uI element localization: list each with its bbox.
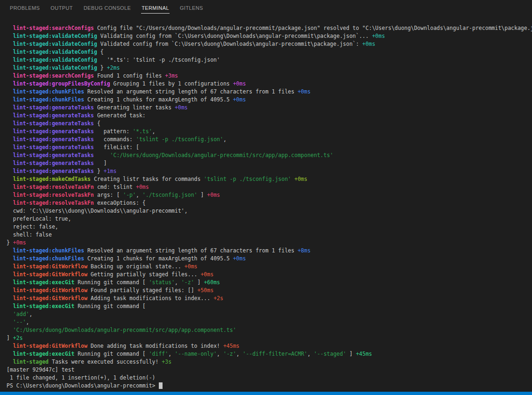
log-label: lint-staged:generateTasks bbox=[13, 168, 94, 174]
log-label: lint-staged:generateTasks bbox=[13, 152, 94, 158]
log-string: 'diff' bbox=[149, 351, 169, 357]
log-text: , bbox=[136, 192, 142, 198]
log-label: lint-staged:execGit bbox=[13, 279, 75, 286]
log-text: , bbox=[29, 311, 32, 317]
log-text: [master 929d47c] test bbox=[7, 366, 74, 373]
log-text: } bbox=[7, 239, 13, 246]
log-text bbox=[7, 96, 13, 103]
log-text bbox=[7, 152, 13, 158]
log-string: 'add' bbox=[13, 311, 29, 317]
log-timing: +50ms bbox=[198, 287, 214, 294]
log-text: Generated task: bbox=[94, 112, 146, 119]
log-text bbox=[7, 255, 13, 262]
log-text bbox=[7, 72, 13, 79]
log-timing: +0ms bbox=[233, 80, 246, 87]
log-label: lint-staged:generateTasks bbox=[13, 104, 94, 111]
log-text bbox=[7, 144, 13, 151]
log-timing: +0ms bbox=[207, 192, 220, 198]
terminal-line: lint-staged:GitWorkflow Adding task modi… bbox=[7, 294, 532, 302]
log-label: lint-staged:generateTasks bbox=[13, 128, 94, 135]
terminal-line: lint-staged:makeCmdTasks Creating listr … bbox=[7, 175, 532, 183]
terminal-line: 'C:/Users/duong/Downloads/angular-precom… bbox=[7, 326, 532, 334]
log-label: lint-staged:generateTasks bbox=[13, 136, 94, 143]
terminal-line: lint-staged:validateConfig { bbox=[7, 48, 532, 56]
log-label: lint-staged:execGit bbox=[13, 303, 75, 309]
tab-problems[interactable]: PROBLEMS bbox=[9, 3, 40, 14]
log-string: '--' bbox=[13, 319, 26, 325]
log-text bbox=[7, 104, 13, 111]
log-text: Found partially staged files: [] bbox=[87, 287, 197, 294]
terminal-line: lint-staged:resolveTaskFn cmd: tslint +0… bbox=[7, 183, 532, 191]
log-text bbox=[7, 184, 13, 190]
log-label: lint-staged:GitWorkflow bbox=[13, 287, 87, 294]
log-text: Backing up original state... bbox=[87, 263, 184, 270]
log-text: , bbox=[168, 351, 175, 357]
log-string: '--diff-filter=ACMR' bbox=[243, 351, 307, 357]
log-label: lint-staged:GitWorkflow bbox=[13, 271, 87, 278]
log-text bbox=[7, 287, 13, 294]
log-text: Resolved an argument string length of 67… bbox=[84, 247, 298, 254]
tab-gitlens[interactable]: GITLENS bbox=[179, 3, 204, 14]
log-text: execaOptions: { bbox=[94, 200, 146, 206]
log-label: lint-staged:chunkFiles bbox=[13, 255, 84, 262]
terminal-line: lint-staged:generateTasks Generated task… bbox=[7, 112, 532, 120]
log-text: } bbox=[94, 168, 104, 174]
tab-debug-console[interactable]: DEBUG CONSOLE bbox=[83, 3, 131, 14]
log-timing: +3s bbox=[162, 359, 171, 365]
log-label: lint-staged:chunkFiles bbox=[13, 88, 84, 95]
log-label: lint-staged:chunkFiles bbox=[13, 96, 84, 103]
log-text: , bbox=[26, 319, 29, 325]
tab-terminal[interactable]: TERMINAL bbox=[141, 3, 170, 14]
log-text: Running git command [ bbox=[74, 303, 145, 309]
terminal-viewport[interactable]: lint-staged:searchConfigs Config file "C… bbox=[0, 17, 532, 392]
terminal-line: lint-staged:generateTasks 'C:/Users/duon… bbox=[7, 151, 532, 159]
log-text bbox=[7, 311, 13, 317]
log-text bbox=[7, 128, 13, 135]
terminal-line: } +0ms bbox=[7, 239, 532, 247]
log-text: '*.ts': 'tslint -p ./tsconfig.json' bbox=[97, 57, 220, 63]
log-label: lint-staged:generateTasks bbox=[13, 144, 94, 151]
log-label: lint-staged:generateTasks bbox=[13, 160, 94, 166]
log-timing: +1ms bbox=[104, 168, 117, 174]
log-string: '*.ts' bbox=[133, 128, 152, 135]
log-timing: +45ms bbox=[356, 351, 372, 357]
log-timing: +0ms bbox=[233, 255, 246, 262]
log-text bbox=[7, 359, 13, 365]
log-text bbox=[7, 49, 13, 55]
log-text bbox=[7, 295, 13, 302]
log-label: lint-staged:generateTasks bbox=[13, 120, 94, 127]
log-text: shell: false bbox=[7, 231, 52, 238]
terminal-line: lint-staged Tasks were executed successf… bbox=[7, 358, 532, 366]
log-string: '--name-only' bbox=[175, 351, 217, 357]
terminal-line: lint-staged:validateConfig } +2ms bbox=[7, 64, 532, 72]
log-text: cwd: 'C:\\Users\\duong\\Downloads\\angul… bbox=[7, 208, 188, 214]
log-string: '--staged' bbox=[314, 351, 346, 357]
log-text: } bbox=[97, 65, 107, 71]
log-text: Creating 1 chunks for maxArgLength of 40… bbox=[84, 255, 233, 262]
log-timing: +2s bbox=[13, 335, 23, 341]
log-label: lint-staged bbox=[13, 359, 49, 365]
log-text bbox=[7, 65, 13, 71]
log-label: lint-staged:chunkFiles bbox=[13, 247, 84, 254]
log-text: , bbox=[175, 279, 181, 286]
log-text: Getting partially staged files... bbox=[87, 271, 200, 278]
log-string: '-z' bbox=[223, 351, 236, 357]
terminal-line: '--', bbox=[7, 318, 532, 326]
log-text bbox=[7, 192, 13, 198]
terminal-line: lint-staged:validateConfig '*.ts': 'tsli… bbox=[7, 56, 532, 64]
log-label: lint-staged:GitWorkflow bbox=[13, 343, 87, 349]
log-text: Found 1 config files bbox=[94, 72, 165, 79]
log-text bbox=[7, 88, 13, 95]
terminal-line: 1 file changed, 1 insertion(+), 1 deleti… bbox=[7, 374, 532, 382]
status-bar bbox=[0, 392, 532, 395]
log-text: 1 file changed, 1 insertion(+), 1 deleti… bbox=[7, 374, 156, 381]
log-text: pattern: bbox=[94, 128, 133, 135]
terminal-line: lint-staged:resolveTaskFn execaOptions: … bbox=[7, 199, 532, 207]
log-text: reject: false, bbox=[7, 223, 58, 230]
tab-output[interactable]: OUTPUT bbox=[50, 3, 73, 14]
log-string: './tsconfig.json' bbox=[142, 192, 198, 198]
log-label: lint-staged:validateConfig bbox=[13, 41, 97, 47]
log-string: 'tslint -p ./tsconfig.json' bbox=[204, 176, 291, 182]
log-text bbox=[7, 168, 13, 174]
log-text bbox=[94, 152, 110, 158]
